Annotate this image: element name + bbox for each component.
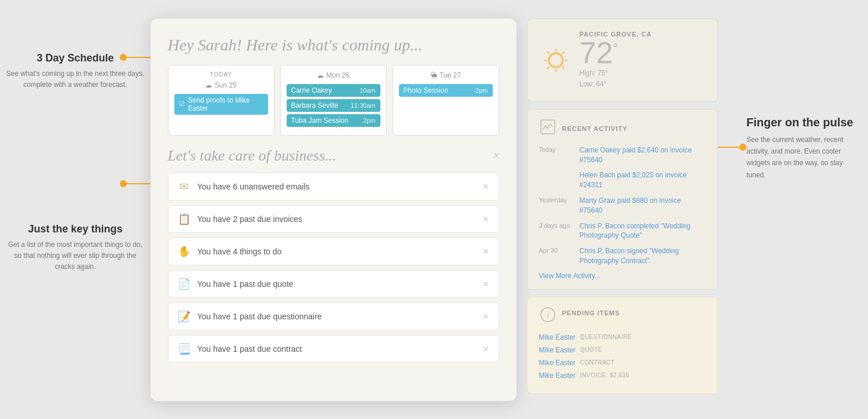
activity-date-2: Yesterday: [539, 196, 574, 203]
main-card: Hey Sarah! Here is what's coming up... T…: [151, 19, 517, 401]
event-photo[interactable]: Photo Session 2pm: [399, 84, 493, 97]
sun-icon: [541, 46, 570, 75]
invoice-icon: 📋: [178, 213, 191, 225]
activity-text-0[interactable]: Carrie Oakey paid $2,640 on invoice #756…: [580, 145, 706, 165]
pending-badge-1: QUOTE: [580, 347, 602, 353]
right-panel: PACIFIC GROVE, CA 72° High: 75° Low: 64°: [527, 19, 718, 401]
todo-contract[interactable]: 📃 You have 1 past due contract ✕: [168, 335, 499, 363]
mon-weather-icon: ☁: [317, 71, 324, 79]
tue-weather-icon: 🌦: [430, 71, 437, 79]
view-more-activity-link[interactable]: View More Activity...: [539, 272, 706, 280]
pulse-annotation-desc: See the current weather, recent activity…: [746, 136, 843, 179]
event-carrie[interactable]: Carrie Oakey 10am: [287, 84, 380, 97]
business-annotation: Just the key things Get a list of the mo…: [0, 223, 151, 272]
pending-name-3[interactable]: Mike Easter: [539, 371, 576, 380]
svg-rect-9: [541, 120, 555, 134]
business-header: Let's take care of business... ✕: [168, 147, 499, 165]
pending-row-0: Mike Easter QUESTIONNAIRE: [539, 333, 706, 341]
pending-badge-0: QUESTIONNAIRE: [580, 334, 632, 340]
activity-widget-title: RECENT ACTIVITY: [562, 125, 628, 132]
arrow-dot-schedule: [120, 54, 127, 61]
todo-emails-text: You have 6 unanswered emails: [197, 182, 310, 191]
event-name-photo: Photo Session: [404, 86, 448, 94]
weather-temp-value: 72: [580, 36, 613, 70]
event-barbara[interactable]: Barbara Seville 11:30am: [287, 99, 380, 112]
weather-info: PACIFIC GROVE, CA 72° High: 75° Low: 64°: [580, 31, 704, 90]
contract-icon: 📃: [178, 343, 191, 355]
todo-left-contract: 📃 You have 1 past due contract: [178, 343, 302, 355]
arrow-dot-business: [120, 180, 127, 187]
activity-row-0: Today Carrie Oakey paid $2,640 on invoic…: [539, 145, 706, 165]
pending-name-0[interactable]: Mike Easter: [539, 333, 576, 341]
activity-date-1: [539, 170, 574, 171]
event-name: Send proofs to Mike Easter: [188, 96, 263, 112]
pending-header: i PENDING ITEMS: [539, 307, 706, 326]
todo-questionnaire[interactable]: 📝 You have 1 past due questionnaire ✕: [168, 303, 499, 330]
arrow-dot-pulse: [739, 144, 746, 151]
todo-questionnaire-text: You have 1 past due questionnaire: [197, 312, 322, 321]
event-name-barbara: Barbara Seville: [291, 101, 338, 110]
event-time-carrie: 10am: [360, 87, 376, 94]
svg-line-8: [547, 67, 550, 69]
activity-row-1: Helen Bach paid $2,025 on invoice #24311: [539, 170, 706, 190]
todo-left-emails: ✉ You have 6 unanswered emails: [178, 180, 310, 193]
event-time-tuba: 2pm: [363, 117, 375, 124]
svg-line-7: [562, 52, 565, 54]
weather-high: High: 75°: [580, 68, 704, 79]
activity-text-4[interactable]: Chris P. Bacon signed "Wedding Photograp…: [580, 246, 706, 266]
pending-icon: i: [539, 307, 556, 326]
todo-quote[interactable]: 📄 You have 1 past due quote ✕: [168, 270, 499, 298]
event-tuba[interactable]: Tuba Jam Session 2pm: [287, 114, 380, 127]
activity-row-3: 3 days ago Chris P. Bacon completed "Wed…: [539, 221, 706, 241]
day-header-tue: 🌦 Tue 27: [399, 71, 493, 79]
todo-emails[interactable]: ✉ You have 6 unanswered emails ✕: [168, 173, 499, 201]
activity-text-2[interactable]: Marty Graw paid $880 on invoice #75640: [580, 196, 706, 216]
business-annotation-title: Just the key things: [6, 223, 145, 235]
pending-row-3: Mike Easter INVOICE: $2,035: [539, 371, 706, 380]
activity-date-4: Apr 30: [539, 246, 574, 254]
svg-point-0: [549, 53, 563, 67]
activity-date-3: 3 days ago: [539, 221, 574, 229]
questionnaire-icon: 📝: [178, 310, 191, 323]
pending-badge-3: INVOICE: $2,035: [580, 372, 629, 378]
day-column-mon: ☁ Mon 26 Carrie Oakey 10am Barbara Sevil…: [280, 65, 387, 136]
todo-questionnaire-close[interactable]: ✕: [482, 312, 489, 321]
todo-things-close[interactable]: ✕: [482, 247, 489, 256]
sun-label: Sun 25: [214, 81, 236, 89]
activity-row-4: Apr 30 Chris P. Bacon signed "Wedding Ph…: [539, 246, 706, 266]
business-close-button[interactable]: ✕: [492, 150, 499, 161]
todo-left-things: ✋ You have 4 things to do: [178, 245, 282, 258]
activity-date-0: Today: [539, 145, 574, 153]
business-annotation-desc: Get a list of the most important things …: [8, 241, 142, 271]
activity-widget-header: RECENT ACTIVITY: [539, 119, 706, 139]
quote-icon: 📄: [178, 278, 191, 290]
weather-degree: °: [613, 39, 618, 55]
activity-text-1[interactable]: Helen Bach paid $2,025 on invoice #24311: [580, 170, 706, 190]
activity-row-2: Yesterday Marty Graw paid $880 on invoic…: [539, 196, 706, 216]
event-content: ☑ Send proofs to Mike Easter: [179, 96, 263, 112]
activity-text-3[interactable]: Chris P. Bacon completed "Wedding Photog…: [580, 221, 706, 241]
todo-quote-text: You have 1 past due quote: [197, 279, 294, 289]
todo-invoices[interactable]: 📋 You have 2 past due invoices ✕: [168, 205, 499, 233]
event-time-photo: 2pm: [475, 87, 488, 94]
weather-range: High: 75° Low: 64°: [580, 68, 704, 90]
svg-line-6: [562, 67, 565, 69]
pending-row-2: Mike Easter CONTRACT: [539, 359, 706, 367]
things-icon: ✋: [178, 245, 191, 258]
pending-name-2[interactable]: Mike Easter: [539, 359, 576, 367]
weather-temp: 72°: [580, 38, 704, 68]
todo-things[interactable]: ✋ You have 4 things to do ✕: [168, 238, 499, 265]
todo-left-invoices: 📋 You have 2 past due invoices: [178, 213, 303, 225]
email-icon: ✉: [178, 180, 191, 193]
todo-quote-close[interactable]: ✕: [482, 279, 489, 289]
weather-widget: PACIFIC GROVE, CA 72° High: 75° Low: 64°: [527, 19, 718, 102]
business-section: Let's take care of business... ✕ ✉ You h…: [168, 147, 499, 363]
todo-invoices-close[interactable]: ✕: [482, 214, 489, 224]
activity-icon: [539, 119, 556, 139]
event-send-proofs[interactable]: ☑ Send proofs to Mike Easter: [174, 94, 268, 115]
pending-name-1[interactable]: Mike Easter: [539, 346, 576, 354]
left-annotations: 3 Day Schedule See what's coming up in t…: [0, 0, 151, 419]
todo-emails-close[interactable]: ✕: [482, 182, 489, 191]
svg-text:i: i: [547, 311, 549, 319]
todo-contract-close[interactable]: ✕: [482, 344, 489, 354]
